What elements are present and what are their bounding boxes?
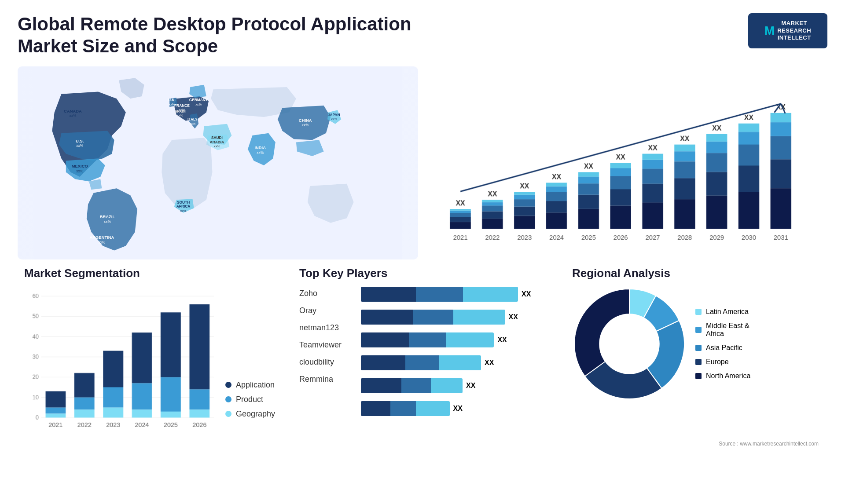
svg-text:U.K.: U.K. [168, 98, 176, 102]
segmentation-title: Market Segmentation [24, 267, 275, 280]
legend-label-latin: Latin America [706, 308, 749, 316]
svg-text:ARGENTINA: ARGENTINA [89, 235, 114, 240]
legend-label-geography: Geography [236, 409, 275, 419]
page: Global Remote Desktop Protocol Applicati… [0, 0, 845, 504]
player-bar-teamviewer [361, 355, 481, 370]
player-bar-row-remmina: XX [361, 401, 546, 416]
svg-text:xx%: xx% [104, 219, 111, 223]
legend-label-mea: Middle East & Africa [706, 322, 763, 338]
legend-label-na: North America [706, 372, 750, 380]
svg-text:GERMANY: GERMANY [189, 98, 208, 102]
players-section: Top Key Players Zoho Oray netman123 Team… [290, 262, 555, 451]
legend-color-na [695, 373, 702, 379]
player-value-netman: XX [497, 336, 507, 344]
player-value-oray: XX [509, 313, 518, 321]
logo-line3: INTELLECT [777, 34, 811, 42]
svg-text:xx%: xx% [257, 150, 264, 155]
legend-dot-product [225, 396, 231, 402]
player-value-cloudbility: XX [466, 382, 475, 390]
regional-title: Regional Analysis [572, 267, 819, 280]
svg-text:AFRICA: AFRICA [176, 204, 191, 208]
player-bar-row-netman: XX [361, 332, 546, 347]
svg-text:JAPAN: JAPAN [328, 113, 340, 117]
player-cloudbility: cloudbility [299, 358, 352, 367]
player-bar-row-oray: XX [361, 310, 546, 325]
svg-text:FRANCE: FRANCE [174, 103, 190, 108]
legend-application: Application [225, 380, 275, 390]
svg-text:xx%: xx% [76, 168, 83, 173]
legend-color-apac [695, 345, 702, 351]
logo-letter: M [764, 24, 775, 38]
segmentation-section: Market Segmentation Application Product [18, 262, 282, 451]
legend-geography: Geography [225, 409, 275, 419]
svg-text:ITALY: ITALY [187, 117, 198, 121]
svg-text:BRAZIL: BRAZIL [100, 214, 115, 219]
svg-text:SPAIN: SPAIN [175, 109, 186, 113]
svg-text:ARABIA: ARABIA [210, 139, 224, 144]
svg-text:U.S.: U.S. [76, 138, 84, 143]
svg-text:xx%: xx% [190, 122, 196, 126]
legend-dot-application [225, 382, 231, 388]
player-netman: netman123 [299, 323, 352, 332]
players-title: Top Key Players [299, 267, 546, 280]
svg-text:xx%: xx% [302, 123, 309, 127]
legend-color-mea [695, 327, 702, 333]
player-bar-row-teamviewer: XX [361, 355, 546, 370]
player-bar-oray [361, 310, 505, 325]
player-bar-zoho [361, 287, 518, 302]
map-section: CANADA xx% U.S. xx% MEXICO xx% BRAZIL xx… [18, 66, 418, 259]
player-bar-netman [361, 332, 494, 347]
legend-north-america: North America [695, 372, 763, 380]
legend-asia-pacific: Asia Pacific [695, 344, 763, 352]
legend-middle-east: Middle East & Africa [695, 322, 763, 338]
legend-label-application: Application [236, 380, 275, 390]
header: Global Remote Desktop Protocol Applicati… [18, 13, 827, 58]
player-remmina: Remmina [299, 375, 352, 384]
svg-text:CANADA: CANADA [64, 108, 82, 113]
svg-text:xx%: xx% [331, 117, 337, 121]
page-title: Global Remote Desktop Protocol Applicati… [18, 13, 414, 58]
logo-text-block: MARKET RESEARCH INTELLECT [777, 20, 811, 42]
logo-box: M MARKET RESEARCH INTELLECT [748, 13, 827, 48]
players-names: Zoho Oray netman123 Teamviewer cloudbili… [299, 287, 352, 416]
logo-line2: RESEARCH [777, 27, 811, 35]
source-text: Source : www.marketresearchintellect.com [719, 441, 819, 447]
svg-text:xx%: xx% [214, 144, 220, 148]
regional-section: Regional Analysis Latin America Middle E… [563, 262, 827, 451]
logo-line1: MARKET [777, 20, 811, 27]
player-oray: Oray [299, 306, 352, 315]
legend-label-product: Product [236, 395, 263, 404]
svg-text:INDIA: INDIA [254, 145, 266, 150]
players-bars: XX XX [361, 287, 546, 416]
player-bar-remmina [361, 401, 450, 416]
logo-area: M MARKET RESEARCH INTELLECT [748, 13, 827, 48]
svg-text:xx%: xx% [177, 113, 183, 117]
player-teamviewer: Teamviewer [299, 340, 352, 350]
legend-latin-america: Latin America [695, 308, 763, 316]
seg-legend: Application Product Geography [225, 380, 275, 436]
legend-color-europe [695, 359, 702, 365]
player-value-remmina: XX [453, 405, 463, 413]
player-value-zoho: XX [522, 290, 531, 298]
svg-text:xx%: xx% [70, 113, 77, 118]
svg-text:CHINA: CHINA [299, 117, 312, 122]
player-bar-row-zoho: XX [361, 287, 546, 302]
legend-label-apac: Asia Pacific [706, 344, 742, 352]
svg-text:xx%: xx% [99, 240, 106, 244]
player-bar-cloudbility [361, 378, 463, 393]
legend-europe: Europe [695, 358, 763, 366]
svg-text:xx%: xx% [76, 143, 83, 148]
legend-color-latin [695, 309, 702, 315]
svg-text:xx%: xx% [195, 102, 202, 106]
legend-product: Product [225, 395, 275, 404]
donut-chart [572, 287, 687, 401]
legend-dot-geography [225, 411, 231, 417]
legend-label-europe: Europe [706, 358, 729, 366]
player-value-teamviewer: XX [485, 359, 494, 367]
player-zoho: Zoho [299, 289, 352, 298]
world-map-svg: CANADA xx% U.S. xx% MEXICO xx% BRAZIL xx… [18, 66, 418, 259]
regional-legend: Latin America Middle East & Africa Asia … [695, 308, 763, 380]
bar-chart-section [427, 66, 827, 259]
svg-text:xx%: xx% [180, 208, 187, 212]
svg-text:MEXICO: MEXICO [72, 164, 88, 168]
